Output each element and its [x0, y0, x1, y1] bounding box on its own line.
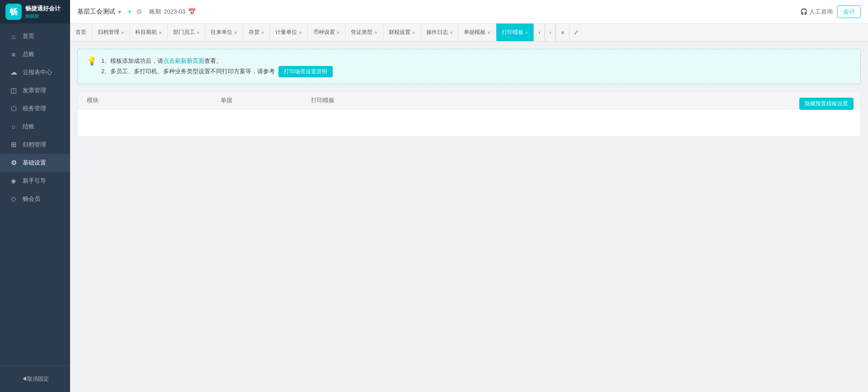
col-slip-header: 单据: [213, 96, 304, 104]
logo-title: 畅捷通好会计: [25, 5, 61, 13]
sidebar-item-label: 云报表中心: [23, 68, 52, 76]
sidebar-item-invoice[interactable]: ◫ 发票管理: [0, 81, 70, 99]
tab-close-icon[interactable]: ×: [299, 30, 302, 35]
sidebar-item-settings[interactable]: ⚙ 基础设置: [0, 154, 70, 172]
tab-maximize-button[interactable]: ⤢: [569, 24, 583, 41]
logo-text: 畅捷通好会计 旗舰版: [25, 5, 61, 19]
tab-close-icon[interactable]: ×: [525, 30, 528, 35]
sidebar-item-label: 结账: [23, 123, 34, 131]
tab-label: 财税设置: [389, 28, 410, 36]
tab-label: 部门员工: [173, 28, 195, 36]
sidebar-item-home[interactable]: ⌂ 首页: [0, 27, 70, 45]
notice-refresh-link[interactable]: 点击刷新新页面: [163, 57, 204, 64]
table-header: 模块 单据 打印模板: [78, 92, 860, 109]
tab-label: 凭证类型: [351, 28, 373, 36]
sidebar-item-tax[interactable]: ⬡ 税务管理: [0, 99, 70, 118]
calendar-icon[interactable]: 📅: [188, 8, 196, 15]
company-dropdown-icon[interactable]: ▾: [118, 8, 121, 15]
logo-icon: 畅: [5, 4, 22, 20]
table-body: [78, 109, 860, 137]
tab-slip-template[interactable]: 单据模板 ×: [458, 24, 496, 41]
tab-tax-settings[interactable]: 财税设置 ×: [383, 24, 421, 41]
company-selector[interactable]: 基层工会测试 ▾: [77, 8, 121, 16]
sidebar-item-ledger[interactable]: ≡ 总账: [0, 45, 70, 63]
sidebar-item-checkout[interactable]: ○ 结账: [0, 118, 70, 136]
print-template-table: 模块 单据 打印模板: [77, 91, 861, 137]
sidebar-bottom: ◀取消固定: [0, 366, 70, 392]
tab-prev-arrow[interactable]: ‹: [534, 24, 545, 41]
tab-close-icon[interactable]: ×: [374, 30, 377, 35]
tab-label: 归档管理: [98, 28, 119, 36]
scene-settings-button[interactable]: 打印场景设置宣明: [278, 66, 333, 77]
sidebar-item-label: 首页: [23, 32, 34, 40]
hide-template-button[interactable]: 隐藏预置模板设置: [799, 98, 854, 110]
period-selector[interactable]: 账期 2023-03 📅: [149, 8, 196, 16]
tab-operation-log[interactable]: 操作日志 ×: [421, 24, 458, 41]
tab-label: 单据模板: [464, 28, 486, 36]
tab-voucher-type[interactable]: 凭证类型 ×: [345, 24, 383, 41]
sidebar-item-label: 新手引导: [23, 177, 46, 185]
sidebar-item-reports[interactable]: ☁ 云报表中心: [0, 63, 70, 81]
sidebar-item-member[interactable]: ◇ 畅会员: [0, 190, 70, 208]
tax-icon: ⬡: [9, 104, 18, 113]
tab-close-icon[interactable]: ×: [234, 30, 237, 35]
tab-measure-unit[interactable]: 计量单位 ×: [270, 24, 307, 41]
tab-currency[interactable]: 币种设置 ×: [308, 24, 345, 41]
tab-close-icon[interactable]: ×: [261, 30, 264, 35]
tab-label: 存货: [249, 28, 259, 36]
tab-counterpart[interactable]: 往来单位 ×: [205, 24, 243, 41]
home-icon: ⌂: [9, 33, 18, 40]
tab-dept-staff[interactable]: 部门员工 ×: [168, 24, 205, 41]
headset-icon: 🎧: [800, 8, 807, 15]
invoice-icon: ◫: [9, 86, 18, 94]
checkout-icon: ○: [9, 123, 18, 131]
tab-label: 往来单位: [211, 28, 232, 36]
tab-label: 打印模板: [502, 28, 524, 36]
notice-line2: 2、多员工、多打印机、多种业务类型设置不同打印方案等，请参考 打印场景设置宣明: [101, 66, 333, 77]
support-button[interactable]: 🎧 人工咨询: [800, 8, 833, 16]
tab-label: 计量单位: [275, 28, 297, 36]
period-value: 2023-03: [164, 8, 185, 15]
account-button[interactable]: 会计: [837, 5, 861, 18]
sidebar: 畅 畅捷通好会计 旗舰版 ⌂ 首页 ≡ 总账 ☁ 云报表中心 ◫ 发票管理 ⬡ …: [0, 0, 70, 392]
sidebar-item-archive[interactable]: ⊞ 归档管理: [0, 136, 70, 154]
sidebar-item-label: 畅会员: [23, 195, 40, 203]
col-template-header: 打印模板: [304, 96, 860, 104]
tab-close-icon[interactable]: ×: [159, 30, 161, 35]
tab-close-icon[interactable]: ×: [121, 30, 124, 35]
cancel-fixed-button[interactable]: ◀取消固定: [0, 372, 70, 387]
tab-label: 首页: [75, 28, 86, 36]
tab-close-icon[interactable]: ×: [487, 30, 490, 35]
tab-close-all-button[interactable]: ×: [556, 24, 569, 41]
tab-print-template[interactable]: 打印模板 ×: [496, 24, 534, 41]
company-settings-icon[interactable]: ⚙: [136, 8, 142, 16]
sidebar-item-label: 发票管理: [23, 86, 46, 94]
sidebar-logo: 畅 畅捷通好会计 旗舰版: [0, 0, 70, 24]
tab-archive-mgmt[interactable]: 归档管理 ×: [92, 24, 130, 41]
tab-label: 币种设置: [313, 28, 335, 36]
tab-close-icon[interactable]: ×: [450, 30, 453, 35]
tab-close-icon[interactable]: ×: [412, 30, 415, 35]
notice-line2-prefix: 2、多员工、多打印机、多种业务类型设置不同打印方案等，请参考: [101, 68, 275, 75]
tab-home[interactable]: 首页: [70, 24, 92, 41]
archive-icon: ⊞: [9, 141, 18, 149]
member-icon: ◇: [9, 195, 18, 203]
tab-close-icon[interactable]: ×: [337, 30, 340, 35]
sidebar-item-label: 总账: [23, 50, 34, 58]
tab-close-icon[interactable]: ×: [197, 30, 199, 35]
topbar: 基层工会测试 ▾ + ⚙ 账期 2023-03 📅 🎧 人工咨询 会计: [70, 0, 868, 24]
col-module-header: 模块: [78, 96, 213, 104]
company-name: 基层工会测试: [77, 8, 115, 16]
tab-inventory[interactable]: 存货 ×: [243, 24, 270, 41]
tab-next-arrow[interactable]: ›: [545, 24, 556, 41]
settings-icon: ⚙: [9, 159, 18, 167]
sidebar-nav: ⌂ 首页 ≡ 总账 ☁ 云报表中心 ◫ 发票管理 ⬡ 税务管理 ○ 结账 ⊞ 归…: [0, 24, 70, 366]
period-label: 账期: [149, 8, 161, 16]
notice-line1-prefix: 1、模板添加成功后，请: [101, 57, 163, 64]
add-company-button[interactable]: +: [127, 8, 132, 16]
content-wrapper: 隐藏预置模板设置 💡 1、模板添加成功后，请点击刷新新页面查看。 2、多员工、多…: [77, 49, 861, 137]
sidebar-item-guide[interactable]: ◈ 新手引导: [0, 172, 70, 190]
notice-line1-suffix: 查看。: [204, 57, 222, 64]
main: 基层工会测试 ▾ + ⚙ 账期 2023-03 📅 🎧 人工咨询 会计 首页 归…: [70, 0, 868, 392]
tab-subject-period[interactable]: 科目期初 ×: [130, 24, 167, 41]
